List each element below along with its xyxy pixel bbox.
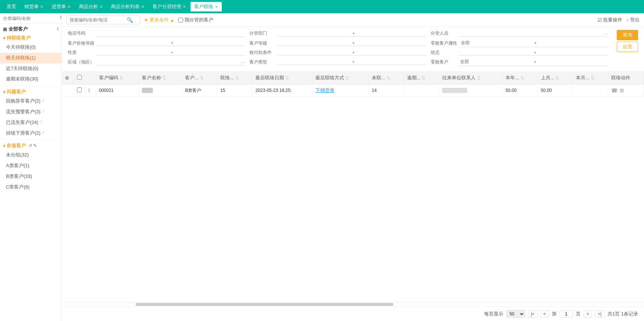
filter-retail-select[interactable]: 全部 ▾ — [459, 58, 608, 66]
filter-cust-type-label: 客户类型 — [249, 59, 275, 65]
sidebar-collapse-icon[interactable]: 《 — [55, 27, 59, 32]
filter-price-select[interactable]: ▾ — [97, 40, 245, 46]
col-contact[interactable]: 联络... ⇅ — [217, 72, 252, 84]
nav-sales-close[interactable]: ✕ — [40, 4, 43, 9]
query-button[interactable]: 查询 — [617, 30, 638, 40]
table-row: 1 000021 Ea B类客户 15 2023-05-23 18:25: 下销… — [62, 84, 644, 97]
more-conditions-btn[interactable]: ▼ 更多条件 ▲ — [144, 17, 175, 23]
filter-status-select[interactable]: ▾ — [459, 50, 608, 56]
horizontal-scrollbar[interactable] — [62, 302, 644, 307]
col-gear[interactable]: ⚙ — [62, 72, 74, 84]
col-last-method[interactable]: 最后联络方式 ⇅ — [312, 72, 369, 84]
filter-action-buttons: 查询 设置 — [617, 30, 638, 68]
nav-goods-analysis-close[interactable]: ✕ — [99, 4, 103, 9]
per-page-select[interactable]: 50 100 200 — [506, 310, 525, 318]
filter-phone-label: 电话号码 — [68, 30, 94, 37]
export-icon: ↑ — [627, 17, 629, 23]
sidebar-item-continue-decline[interactable]: 持续下滑客户(2) ? — [0, 128, 62, 139]
row-last-method-cell[interactable]: 下销货单 — [312, 84, 369, 97]
main-search-icon[interactable]: 🔍 — [127, 17, 133, 23]
dept-caret: ▾ — [353, 31, 425, 35]
row-this-year-cell: 50.00 — [503, 84, 538, 97]
current-page-input[interactable] — [560, 310, 573, 318]
next-page-btn[interactable]: > — [584, 310, 592, 318]
col-type[interactable]: 客户... ⇅ — [182, 72, 217, 84]
sidebar-item-class-a[interactable]: A类客户(1) — [0, 160, 62, 171]
col-last-date[interactable]: 最后联络日期 ⇅ — [252, 72, 312, 84]
sidebar-item-lost[interactable]: 流失预警客户(3) ? — [0, 107, 62, 117]
help-icon-already-lost: ? — [39, 120, 42, 125]
action-note-icon[interactable]: ☎ — [611, 87, 617, 93]
code-sort-icon: ⇅ — [119, 75, 123, 81]
col-partner[interactable]: 往来单位联系人 ⇅ — [439, 72, 503, 84]
scrollbar-thumb[interactable] — [136, 303, 393, 306]
nav-goods-analysis[interactable]: 商品分析 ✕ — [75, 2, 106, 11]
retail-caret: ▾ — [534, 60, 606, 64]
col-this-year[interactable]: 本年... ⇅ — [503, 72, 538, 84]
sidebar-search-input[interactable] — [3, 16, 58, 21]
filter-payment-select[interactable]: ▾ — [277, 50, 427, 56]
prev-page-btn[interactable]: < — [540, 310, 549, 318]
nav-goods-list-close[interactable]: ✕ — [141, 4, 144, 9]
contact-sort-icon: ⇅ — [235, 75, 239, 81]
nav-sales[interactable]: 销货单 ✕ — [21, 2, 47, 11]
sidebar-item-tomorrow[interactable]: 明天待联络(1) — [0, 53, 62, 63]
col-checkbox[interactable] — [74, 72, 85, 84]
sidebar-item-class-b[interactable]: B类客户(33) — [0, 171, 62, 182]
col-last-month[interactable]: 上月... ⇅ — [538, 72, 573, 84]
nav-segment-close[interactable]: ✕ — [183, 4, 186, 9]
row-checkbox[interactable] — [77, 87, 82, 92]
first-page-btn[interactable]: |< — [528, 310, 538, 318]
nav-contact-close[interactable]: ✕ — [215, 4, 218, 9]
sidebar-item-week7[interactable]: 近7天待联络(0) — [0, 63, 62, 74]
nav-customer-contact[interactable]: 客户联络 ✕ — [190, 2, 222, 11]
sidebar-item-overdue[interactable]: 逾期未联络(30) — [0, 74, 62, 84]
nav-home[interactable]: 首页 — [3, 2, 20, 11]
col-overdue[interactable]: 逾期... ⇅ — [404, 72, 439, 84]
overdue-sort-icon: ⇅ — [421, 75, 426, 81]
select-all-checkbox[interactable] — [77, 75, 82, 80]
filter-cust-type-select[interactable]: ▾ — [277, 59, 427, 65]
filter-dept-select[interactable]: ▾ — [277, 31, 427, 37]
sidebar-item-already-lost[interactable]: 已流失客户(24) ? — [0, 117, 62, 128]
pending-triangle: ▾ — [3, 35, 6, 41]
filter-retail: 零散客户 全部 ▾ — [431, 58, 608, 66]
value-refresh-icon[interactable]: ↺ — [28, 143, 32, 148]
gear-icon: ⚙ — [65, 75, 69, 81]
nav-customer-segment[interactable]: 客户分层经营 ✕ — [149, 2, 190, 11]
main-search-input[interactable] — [70, 17, 125, 23]
my-customers-check[interactable] — [178, 18, 183, 23]
nav-goods-analysis-list[interactable]: 商品分析列表 ✕ — [107, 2, 148, 11]
total-label: 共1页 1条记录 — [608, 311, 638, 317]
nav-purchase[interactable]: 进货单 ✕ — [48, 2, 74, 11]
export-btn[interactable]: ↑ 导出 — [627, 17, 640, 23]
col-code[interactable]: 客户编码 ⇅ — [96, 72, 139, 84]
sidebar-item-return-abnormal[interactable]: 回购异常客户(2) ? — [0, 96, 62, 107]
settings-button[interactable]: 设置 — [617, 42, 638, 52]
filter-manager-dots[interactable]: ··· — [603, 30, 608, 36]
row-name-cell: Ea — [139, 84, 182, 97]
filter-cust-level-select[interactable]: ▾ — [277, 40, 427, 46]
last-page-btn[interactable]: >| — [595, 310, 605, 318]
last-method-sort-icon: ⇅ — [345, 75, 349, 81]
filter-phone-input[interactable] — [96, 30, 245, 37]
sidebar-divider-1 — [0, 86, 62, 86]
action-grid-icon[interactable]: ⊞ — [620, 87, 624, 93]
filter-nature-select[interactable]: ▾ — [96, 50, 245, 56]
filter-retail-attr-select[interactable]: 全部 ▾ — [459, 39, 608, 47]
value-edit-icon[interactable]: ✎ — [33, 143, 37, 148]
sidebar-item-unclassified[interactable]: 未分组(32) — [0, 150, 62, 160]
col-this-month[interactable]: 本月... ⇅ — [573, 72, 608, 84]
col-name[interactable]: 客户名称 ⇅ — [139, 72, 182, 84]
my-customers-checkbox[interactable]: 我分管的客户 — [178, 17, 213, 23]
payment-caret: ▾ — [353, 51, 425, 55]
filter-bar: 🔍 ▼ 更多条件 ▲ 我分管的客户 ☑ 批量操作 ↑ 导出 — [62, 13, 644, 27]
sidebar-item-class-c[interactable]: C类客户(6) — [0, 182, 62, 193]
sidebar-item-today[interactable]: 今天待联络(0) — [0, 42, 62, 53]
filter-region-dots[interactable]: ··· — [241, 59, 245, 65]
batch-op-btn[interactable]: ☑ 批量操作 — [598, 17, 622, 23]
all-customers-label[interactable]: ⊞ 全部客户 — [3, 26, 28, 32]
col-no-contact[interactable]: 未联... ⇅ — [369, 72, 404, 84]
row-checkbox-cell[interactable] — [74, 84, 85, 97]
nav-purchase-close[interactable]: ✕ — [67, 4, 71, 9]
